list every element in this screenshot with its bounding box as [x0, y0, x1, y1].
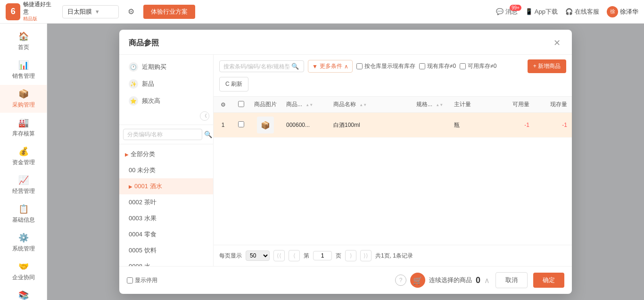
- cancel-button[interactable]: 取消: [495, 272, 528, 288]
- right-panel: 🔍 ▼ 更多条件 ∧ 按仓库显示现有库存: [214, 55, 572, 266]
- modal-body: 🕐 近期购买 ✨ 新品 ⭐ 频次高: [119, 55, 572, 266]
- sidebar-label-enterprise: 企业协同: [12, 274, 35, 282]
- table-row[interactable]: 1 📦 000600...: [214, 113, 572, 138]
- sales-icon: 📊: [18, 60, 29, 70]
- settings-icon[interactable]: ⚙: [124, 4, 139, 19]
- next-page-button[interactable]: ⟩: [345, 250, 356, 261]
- modal-overlay: 商品参照 ✕ 🕐 近期购买: [47, 24, 644, 300]
- sidebar: 🏠 首页 📊 销售管理 📦 采购管理 🏭 库存核算 💰 资金管理 📈 经营管理 …: [0, 24, 47, 300]
- system-icon: ⚙️: [18, 233, 29, 243]
- sidebar-item-finance[interactable]: 💰 资金管理: [0, 142, 47, 170]
- confirm-button[interactable]: 确定: [533, 273, 564, 288]
- category-item-uncategorized[interactable]: 00 未分类: [119, 162, 213, 178]
- sidebar-label-system: 系统管理: [12, 245, 35, 253]
- cart-area: ? 🛒 连续选择的商品 0 ∧: [395, 273, 490, 288]
- col-avail-label: 可用量: [512, 101, 529, 108]
- category-item-fruit[interactable]: 0003 水果: [119, 210, 213, 226]
- sidebar-item-sales[interactable]: 📊 销售管理: [0, 56, 47, 84]
- modal-close-button[interactable]: ✕: [551, 37, 562, 49]
- sidebar-item-home[interactable]: 🏠 首页: [0, 27, 47, 55]
- logo-text: 畅捷通好生意: [23, 1, 53, 16]
- more-filter-button[interactable]: ▼ 更多条件 ∧: [308, 60, 353, 73]
- online-service-nav-item[interactable]: 🎧 在线客服: [565, 8, 599, 16]
- sidebar-item-system[interactable]: ⚙️ 系统管理: [0, 229, 47, 257]
- show-disabled-checkbox[interactable]: [127, 277, 133, 283]
- category-item-all[interactable]: ▶ 全部分类: [119, 146, 213, 162]
- avail-ne0-checkbox[interactable]: [460, 63, 466, 69]
- first-page-button[interactable]: ⟨⟨: [273, 250, 285, 261]
- col-check: [232, 97, 249, 113]
- last-page-button[interactable]: ⟩⟩: [360, 250, 372, 261]
- modal-header: 商品参照 ✕: [119, 30, 572, 55]
- operation-icon: 📈: [18, 175, 29, 185]
- category-search-icon[interactable]: 🔍: [204, 131, 212, 138]
- category-item-drinks[interactable]: 0005 饮料: [119, 242, 213, 258]
- user-nav-item[interactable]: 徐 徐泽华: [607, 6, 638, 17]
- category-fruit-label: 0003 水果: [129, 214, 157, 223]
- category-search-input[interactable]: [123, 129, 202, 140]
- add-product-button[interactable]: + 新增商品: [528, 59, 566, 73]
- top-nav: 6 畅捷通好生意 精品版 日太阳膜 ▾ ⚙ 体验行业方案 💬 消息 99+ 📱 …: [0, 0, 644, 24]
- page-number-input[interactable]: [313, 251, 332, 260]
- pagination-bar: 每页显示 50 10 20 100 ⟨⟨ ⟨ 第 页: [214, 245, 572, 266]
- sidebar-item-inventory[interactable]: 🏭 库存核算: [0, 114, 47, 142]
- product-search-input[interactable]: [223, 63, 289, 70]
- sidebar-item-enterprise[interactable]: 🤝 企业协同: [0, 258, 47, 285]
- avail-ne0-checkbox-wrap[interactable]: 可用库存≠0: [460, 62, 496, 70]
- cart-icon[interactable]: 🛒: [410, 273, 425, 288]
- sort-code-icon: ▲▼: [305, 103, 313, 107]
- page-suffix: 页: [336, 252, 341, 260]
- show-disabled-label: 显示停用: [135, 276, 157, 284]
- logo-area: 6 畅捷通好生意 精品版: [6, 1, 53, 22]
- main-layout: 🏠 首页 📊 销售管理 📦 采购管理 🏭 库存核算 💰 资金管理 📈 经营管理 …: [0, 24, 644, 300]
- per-page-select[interactable]: 50 10 20 100: [246, 250, 270, 261]
- settings-col-icon[interactable]: ⚙: [221, 101, 226, 108]
- row-checkbox[interactable]: [238, 121, 244, 127]
- filter-icon: ▼: [312, 63, 318, 70]
- help-icon[interactable]: ?: [395, 275, 406, 286]
- trial-button[interactable]: 体验行业方案: [143, 5, 195, 19]
- quick-item-recent[interactable]: 🕐 近期购买: [123, 58, 209, 75]
- category-list: ▶ 全部分类 00 未分类 ▶ 0001 酒水: [119, 144, 213, 266]
- product-code: 000600...: [286, 122, 310, 128]
- logo-text-block: 畅捷通好生意 精品版: [23, 1, 53, 22]
- app-download-label: App下载: [535, 8, 558, 16]
- stock-ne0-checkbox-wrap[interactable]: 现有库存≠0: [419, 62, 456, 70]
- sidebar-item-guide[interactable]: 📚 新手引导: [0, 286, 47, 300]
- category-liquor-label: 0001 酒水: [134, 182, 162, 191]
- refresh-button[interactable]: C 刷新: [219, 77, 248, 92]
- collapse-cart-icon[interactable]: ∧: [484, 276, 490, 285]
- col-spec-label: 规格...: [416, 101, 432, 108]
- stock-ne0-checkbox[interactable]: [419, 63, 425, 69]
- quick-items-list: 🕐 近期购买 ✨ 新品 ⭐ 频次高: [123, 58, 209, 109]
- select-all-checkbox[interactable]: [238, 101, 244, 107]
- quick-item-frequent-label: 频次高: [142, 97, 160, 105]
- app-download-nav-item[interactable]: 📱 App下载: [525, 8, 558, 16]
- quick-items-section: 🕐 近期购买 ✨ 新品 ⭐ 频次高: [119, 55, 213, 125]
- show-disabled-wrap[interactable]: 显示停用: [127, 276, 157, 284]
- category-item-tea[interactable]: 0002 茶叶: [119, 194, 213, 210]
- sort-name-icon: ▲▼: [359, 103, 367, 107]
- sidebar-item-purchase[interactable]: 📦 采购管理: [0, 85, 47, 113]
- col-unit-label: 主计量: [454, 101, 471, 108]
- sidebar-label-purchase: 采购管理: [12, 101, 35, 109]
- row-checkbox-cell: [232, 113, 249, 138]
- quick-item-frequent[interactable]: ⭐ 频次高: [123, 92, 209, 109]
- prev-page-button[interactable]: ⟨: [289, 250, 300, 261]
- category-item-liquor[interactable]: ▶ 0001 酒水: [119, 178, 213, 194]
- warehouse-display-checkbox-wrap[interactable]: 按仓库显示现有库存: [356, 62, 415, 70]
- warehouse-display-checkbox[interactable]: [356, 63, 363, 69]
- chevron-down-icon: ▾: [96, 8, 99, 15]
- category-item-water[interactable]: 0008 水: [119, 258, 213, 266]
- sidebar-item-basic-info[interactable]: 📋 基础信息: [0, 200, 47, 228]
- nav-selector[interactable]: 日太阳膜 ▾: [62, 5, 119, 18]
- collapse-panel-button[interactable]: 《: [200, 111, 209, 121]
- row-name-cell: 白酒100ml: [329, 113, 412, 138]
- sidebar-item-operation[interactable]: 📈 经营管理: [0, 171, 47, 199]
- quick-item-new[interactable]: ✨ 新品: [123, 75, 209, 92]
- cart-label: 连续选择的商品: [429, 276, 472, 284]
- category-all-label: 全部分类: [131, 150, 155, 158]
- messages-nav-item[interactable]: 💬 消息 99+: [496, 8, 518, 16]
- category-item-snacks[interactable]: 0004 零食: [119, 226, 213, 242]
- category-water-label: 0008 水: [129, 262, 150, 266]
